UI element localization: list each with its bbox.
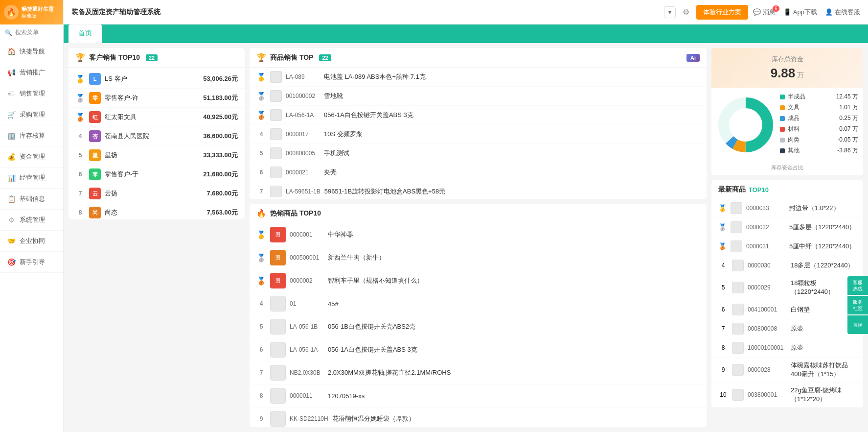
- topbar-right-item-2[interactable]: 👤在线客服: [825, 8, 860, 17]
- sidebar-item-5[interactable]: 💰资金管理: [0, 146, 63, 168]
- hot-product-row: 8 0000011 12070519-xs: [250, 384, 707, 408]
- ai-badge: Ai: [686, 54, 700, 62]
- product-img-placeholder: [270, 388, 286, 404]
- legend-dot: [780, 148, 785, 153]
- nav-icon-4: 🏢: [7, 131, 16, 140]
- hot-product-row: 4 01 45#: [250, 292, 707, 315]
- new-product-img: [732, 323, 744, 335]
- nav-icon-1: 📢: [7, 68, 16, 77]
- product-code: 000500001: [290, 254, 324, 261]
- float-service-btn-0[interactable]: 客服 热线: [847, 276, 868, 295]
- legend-item: 其他 -3.86 万: [780, 146, 858, 155]
- product-code: 01: [290, 300, 324, 307]
- legend-value: 0.25 万: [839, 114, 858, 122]
- hot-product-row: 🥉 图 0000002 智利车子里（规格不知道填什么）: [250, 269, 707, 292]
- new-product-name: 白钢垫: [791, 305, 856, 314]
- goods-rank-row: 4 0000017 10S 变频罗浆: [250, 125, 707, 144]
- rank-number: 10: [718, 391, 728, 398]
- rank-number: 7: [718, 325, 728, 332]
- medal-bronze-icon: 🥉: [75, 113, 85, 122]
- dropdown-button[interactable]: ▾: [664, 6, 676, 18]
- medal-gold-icon: 🥇: [256, 72, 266, 82]
- topbar-right-item-0[interactable]: 💬消息6: [753, 8, 776, 17]
- customer-name: LS 客户: [105, 74, 199, 83]
- goods-img-placeholder: [270, 186, 282, 197]
- goods-rank-row: 5 000800005 手机测试: [250, 144, 707, 163]
- medal-silver-icon: 🥈: [718, 223, 727, 231]
- sidebar-item-7[interactable]: 📋基础信息: [0, 189, 63, 210]
- goods-code: LA-056-1A: [286, 112, 320, 119]
- new-product-row: 🥈 0000032 5厘多层（1220*2440）: [711, 218, 863, 237]
- sidebar-item-0[interactable]: 🏠快捷导航: [0, 41, 63, 62]
- rank-number: 7: [256, 188, 266, 195]
- customer-amount: 7,680.00元: [206, 189, 238, 198]
- rank-number: 5: [256, 150, 266, 157]
- topbar-right-item-1[interactable]: 📱App下载: [783, 8, 817, 17]
- hot-product-row: 9 KK-SD22110H 花语萌恒温分娩睡袋（厚款）: [250, 408, 707, 427]
- sidebar-item-2[interactable]: 🏷销售管理: [0, 83, 63, 104]
- donut-legend: 半成品 12.45 万 文具 1.01 万 成品 0.25 万 材料 0.07 …: [780, 93, 858, 157]
- sidebar-item-3[interactable]: 🛒采购管理: [0, 104, 63, 125]
- sidebar-item-10[interactable]: 🎯新手引导: [0, 252, 63, 273]
- sidebar-item-8[interactable]: ⚙系统管理: [0, 210, 63, 231]
- search-menu[interactable]: 🔍 搜索菜单: [0, 24, 63, 41]
- new-product-row: 🥉 0000031 5厘中纤（1220*2440）: [711, 237, 863, 256]
- rank-number: 5: [256, 323, 266, 330]
- customer-rank-row: 6 零 零售客户-于 21,680.00元: [69, 165, 245, 184]
- sidebar-item-4[interactable]: 🏢库存核算: [0, 125, 63, 146]
- customer-name: 零售客户-许: [105, 94, 199, 102]
- new-product-name: 18颗粒板（1220*2440）: [791, 279, 856, 296]
- goods-code: LA-089: [286, 73, 320, 80]
- customer-name: 尚态: [105, 208, 203, 217]
- new-products-list: 🥇 0000033 封边带（1.0*22） 🥈 0000032 5厘多层（122…: [711, 199, 863, 408]
- float-service-btn-2[interactable]: 直播: [847, 315, 868, 334]
- nav-label-7: 基础信息: [20, 194, 45, 203]
- customer-rank-row: 🥉 红 红太阳文具 40,925.00元: [69, 108, 245, 127]
- product-img: 图: [270, 273, 286, 288]
- medal-gold-icon: 🥇: [256, 230, 266, 240]
- sidebar: 🔥 畅捷通好生意 标准版 🔍 搜索菜单 🏠快捷导航📢营销推广🏷销售管理🛒采购管理…: [0, 0, 64, 432]
- nav-icon-0: 🏠: [7, 47, 16, 56]
- sidebar-item-9[interactable]: 🤝企业协同: [0, 231, 63, 252]
- new-product-img: [731, 240, 742, 252]
- goods-code: 000800005: [286, 150, 320, 157]
- product-name: 12070519-xs: [328, 392, 700, 400]
- medal-gold-icon: 🥇: [75, 74, 85, 84]
- new-product-name: 18多层（1220*2440）: [791, 261, 856, 270]
- new-product-row: 6 004100001 白钢垫: [711, 300, 863, 319]
- product-img-placeholder: [270, 342, 286, 358]
- nav-icon-2: 🏷: [7, 89, 16, 98]
- hot-product-row: 5 LA-056-1B 056-1B白色按键开关壳ABS2壳: [250, 315, 707, 338]
- legend-label: 材料: [788, 125, 836, 133]
- float-service-btn-1[interactable]: 服务 社区: [847, 296, 868, 314]
- new-product-code: 0000032: [746, 224, 785, 231]
- customer-amount: 7,563.00元: [206, 208, 238, 217]
- hot-product-row: 🥈 图 000500001 新西兰牛肉（新牛）: [250, 246, 707, 269]
- hot-product-row: 6 LA-056-1A 056-1A白色按键开关盖ABS 3克: [250, 338, 707, 361]
- tab-home[interactable]: 首页: [69, 24, 102, 43]
- new-product-name: 封边带（1.0*22）: [789, 204, 856, 213]
- goods-name: 夹壳: [324, 168, 700, 177]
- nav-label-6: 经营管理: [20, 173, 45, 182]
- medal-silver-icon: 🥈: [75, 94, 85, 103]
- customer-rank-header: 🏆 客户销售 TOP10 22: [69, 48, 245, 68]
- nav-label-1: 营销推广: [20, 68, 45, 77]
- rank-number: 5: [75, 152, 85, 159]
- topbar-icon-1: 📱: [783, 8, 791, 16]
- goods-rank-row: 6 0000021 夹壳: [250, 163, 707, 182]
- new-product-code: 000800008: [748, 325, 787, 332]
- sidebar-item-1[interactable]: 📢营销推广: [0, 62, 63, 83]
- new-product-name: 原壶: [791, 343, 856, 352]
- settings-button[interactable]: ⚙: [681, 5, 691, 19]
- sidebar-item-6[interactable]: 📊经营管理: [0, 168, 63, 189]
- trial-button[interactable]: 体验行业方案: [696, 5, 748, 20]
- goods-rank-row: 🥇 LA-089 电池盖 LA-089 ABS本色+黑种 7.1克: [250, 68, 707, 87]
- nav-label-10: 新手引导: [20, 258, 45, 266]
- rank-number: 5: [718, 284, 728, 291]
- new-product-code: 0000029: [748, 284, 787, 291]
- legend-value: 1.01 万: [839, 103, 858, 112]
- new-product-img: [732, 342, 744, 354]
- new-products-card: 最新商品 TOP10 🥇 0000033 封边带（1.0*22） 🥈 00000…: [711, 180, 863, 408]
- medal-bronze-icon: 🥉: [718, 242, 727, 250]
- goods-name: 手机测试: [324, 149, 700, 158]
